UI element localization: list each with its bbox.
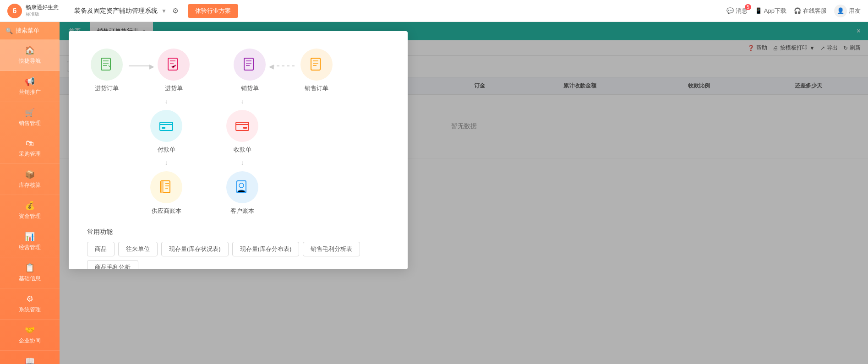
sidebar-item-quick-nav[interactable]: 🏠 快捷导航 [0, 40, 60, 71]
header-right: 💬 消息 5 📱 App下载 🎧 在线客服 👤 用友 [726, 5, 861, 17]
online-service-action[interactable]: 🎧 在线客服 [794, 7, 827, 15]
sidebar-item-label: 销售管理 [19, 120, 41, 127]
logo-name: 畅康通好生意 [26, 4, 59, 11]
sidebar-item-guide[interactable]: 📖 新手引导 [0, 351, 60, 364]
flow-node-purchase-order[interactable]: 进货订单 [87, 45, 126, 96]
sidebar-item-label: 营销推广 [19, 88, 41, 96]
svg-rect-2 [244, 58, 253, 70]
sidebar-item-label: 资金管理 [19, 212, 41, 220]
receipt-bill-icon [226, 110, 258, 142]
func-button[interactable]: 现存量(库存分布表) [232, 242, 300, 256]
handshake-icon: 🤝 [25, 325, 35, 335]
dropdown-arrow-icon[interactable]: ▼ [161, 8, 167, 14]
box-icon: 📦 [25, 169, 35, 179]
svg-rect-5 [162, 127, 165, 129]
svg-rect-9 [161, 181, 164, 193]
message-badge: 5 [745, 4, 751, 10]
sidebar-item-label: 企业协同 [19, 337, 41, 345]
clipboard-icon: 📋 [25, 263, 35, 273]
flow-node-supplier-ledger[interactable]: 供应商账本 [147, 168, 186, 219]
logo-sub: 标准版 [26, 11, 59, 17]
top-header: 6 畅康通好生意 标准版 装备及固定资产辅助管理系统 ▼ ⚙ 体验行业方案 💬 … [0, 0, 868, 22]
svg-rect-1 [168, 58, 177, 70]
arrow-down-sales: ↓ [241, 96, 244, 106]
func-button[interactable]: 销售毛利分析表 [303, 242, 360, 256]
sales-bill-icon [234, 49, 266, 81]
flow-node-receipt-bill[interactable]: 收款单 [223, 106, 262, 158]
system-title-area: 装备及固定资产辅助管理系统 ▼ ⚙ 体验行业方案 [67, 4, 726, 18]
svg-rect-0 [101, 58, 110, 70]
sidebar-item-operation[interactable]: 📊 经营管理 [0, 226, 60, 257]
message-icon: 💬 [726, 7, 734, 14]
book-icon: 📖 [25, 356, 35, 364]
sales-order-label: 销售订单 [305, 84, 328, 92]
user-name: 用友 [849, 7, 861, 15]
sidebar-item-basic[interactable]: 📋 基础信息 [0, 257, 60, 288]
settings-icon[interactable]: ⚙ [172, 6, 179, 15]
func-button[interactable]: 商品 [87, 242, 115, 256]
sidebar-item-label: 系统管理 [19, 306, 41, 314]
flow-node-customer-ledger[interactable]: 客户账本 [223, 168, 262, 219]
customer-ledger-icon [226, 171, 258, 203]
sidebar-item-label: 采购管理 [19, 150, 41, 158]
function-buttons: 商品往来单位现存量(库存状况表)现存量(库存分布表)销售毛利分析表商品毛利分析销… [87, 242, 389, 269]
customer-ledger-label: 客户账本 [230, 207, 254, 215]
func-button[interactable]: 往来单位 [118, 242, 158, 256]
purchase-order-label: 进货订单 [95, 84, 119, 92]
purchase-bill-icon [158, 49, 190, 81]
func-button[interactable]: 现存量(库存状况表) [161, 242, 229, 256]
flow-node-payment-bill[interactable]: 付款单 [147, 106, 186, 158]
search-menu[interactable]: 🔍 搜索菜单 [0, 22, 60, 40]
download-icon: 📱 [755, 7, 762, 14]
user-action[interactable]: 👤 用友 [834, 5, 861, 17]
sidebar: 🔍 搜索菜单 🏠 快捷导航 📢 营销推广 🛒 销售管理 🛍 采购管理 📦 库存核… [0, 22, 60, 364]
sidebar-item-label: 基础信息 [19, 275, 41, 283]
megaphone-icon: 📢 [25, 76, 35, 87]
func-button[interactable]: 商品毛利分析 [87, 260, 138, 269]
gear-icon: ⚙ [26, 294, 33, 304]
avatar: 👤 [834, 5, 847, 17]
svg-point-11 [239, 183, 244, 188]
payment-bill-icon [150, 110, 182, 142]
sidebar-item-label: 快捷导航 [19, 57, 41, 65]
money-icon: 💰 [25, 201, 35, 211]
arrow-down-payment: ↓ [165, 158, 168, 168]
search-icon: 🔍 [5, 27, 13, 34]
service-icon: 🎧 [794, 7, 801, 14]
receipt-bill-label: 收款单 [234, 146, 251, 154]
modal-overlay[interactable]: 进货订单 ▶ 进货单 [60, 22, 868, 364]
purchase-bill-label: 进货单 [165, 84, 183, 92]
flow-node-purchase-bill[interactable]: 进货单 [154, 45, 193, 96]
svg-rect-3 [311, 58, 320, 70]
flow-node-sales-order[interactable]: 销售订单 [297, 45, 336, 96]
arrow-down-purchase: ↓ [165, 96, 168, 106]
flow-node-sales-bill[interactable]: 销货单 [230, 45, 269, 96]
svg-rect-4 [160, 122, 173, 130]
sidebar-item-sales[interactable]: 🛒 销售管理 [0, 102, 60, 133]
sidebar-item-purchase[interactable]: 🛍 采购管理 [0, 133, 60, 164]
message-action[interactable]: 💬 消息 5 [726, 7, 748, 15]
sidebar-item-cooperation[interactable]: 🤝 企业协同 [0, 320, 60, 351]
payment-bill-label: 付款单 [158, 146, 175, 154]
home-icon: 🏠 [25, 45, 35, 55]
logo-area: 6 畅康通好生意 标准版 [7, 4, 67, 18]
sidebar-item-marketing[interactable]: 📢 营销推广 [0, 71, 60, 102]
svg-rect-7 [243, 127, 247, 129]
quick-nav-modal: 进货订单 ▶ 进货单 [69, 31, 408, 269]
sales-order-icon [300, 49, 333, 81]
sidebar-item-system[interactable]: ⚙ 系统管理 [0, 288, 60, 320]
supplier-ledger-label: 供应商账本 [152, 207, 181, 215]
sidebar-item-label: 经营管理 [19, 244, 41, 251]
sidebar-item-finance[interactable]: 💰 资金管理 [0, 195, 60, 226]
modal-body: 进货订单 ▶ 进货单 [69, 31, 408, 269]
purchase-order-icon [91, 49, 123, 81]
bag-icon: 🛍 [26, 139, 34, 148]
sidebar-item-inventory[interactable]: 📦 库存核算 [0, 164, 60, 195]
arrow-down-receipt: ↓ [241, 158, 244, 168]
chart-icon: 📊 [25, 232, 35, 242]
common-functions-title: 常用功能 [87, 228, 389, 236]
sidebar-item-label: 库存核算 [19, 181, 41, 189]
svg-rect-6 [236, 122, 249, 130]
trial-button[interactable]: 体验行业方案 [188, 4, 238, 18]
app-download-action[interactable]: 📱 App下载 [755, 7, 786, 15]
